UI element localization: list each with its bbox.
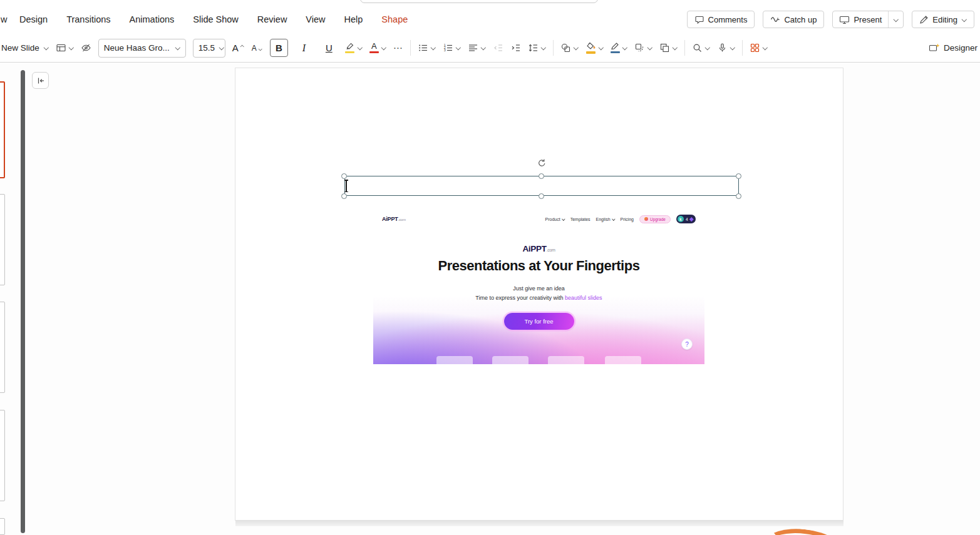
underline-button[interactable]: U [320, 39, 338, 57]
font-color-button[interactable]: A [369, 43, 386, 54]
aippt-nav-logo: AiPPT.com [382, 216, 406, 222]
slide-shadow [235, 521, 843, 526]
resize-handle-top-center[interactable] [539, 173, 544, 179]
hide-slide-button[interactable] [81, 43, 91, 53]
font-size-combobox[interactable]: 15.5 [193, 39, 225, 58]
designer-label: Designer [944, 43, 977, 53]
tab-animations[interactable]: Animations [130, 14, 175, 24]
grow-font-button[interactable]: A [232, 43, 245, 53]
chevron-down-icon [672, 45, 678, 51]
tab-review[interactable]: Review [257, 14, 287, 24]
thumbnail-panel-scrollbar[interactable] [21, 70, 25, 533]
chevron-down-icon [961, 17, 967, 23]
increase-indent-button[interactable] [510, 43, 521, 53]
slide-thumbnail[interactable] [0, 194, 5, 285]
outline-color-swatch [611, 51, 620, 54]
text-highlight-button[interactable] [345, 43, 363, 54]
chevron-down-icon [357, 45, 363, 51]
tab-partial-left[interactable]: w [1, 14, 7, 24]
resize-handle-bottom-right[interactable] [736, 193, 741, 199]
shape-effects-button[interactable] [634, 43, 652, 53]
chevron-down-icon [647, 45, 652, 51]
aippt-account-badge: k 4 [676, 215, 696, 223]
tab-slide-show[interactable]: Slide Show [193, 14, 239, 24]
slide-layout-button[interactable] [56, 43, 74, 53]
align-button[interactable] [468, 43, 486, 53]
bullet-list-icon [418, 43, 428, 53]
tab-help[interactable]: Help [344, 14, 363, 24]
collapse-panel-button[interactable] [32, 72, 49, 89]
chevron-down-icon [43, 45, 49, 51]
chevron-down-icon [598, 45, 604, 51]
bold-button[interactable]: B [270, 39, 288, 57]
aippt-hero-line1: Just give me an idea [373, 285, 704, 292]
tab-view[interactable]: View [306, 14, 325, 24]
italic-button[interactable]: I [295, 39, 313, 57]
numbering-button[interactable]: 123 [443, 43, 461, 53]
tab-shape-contextual[interactable]: Shape [381, 14, 408, 24]
shape-outline-button[interactable] [611, 43, 627, 54]
merge-shapes-button[interactable] [560, 43, 579, 53]
resize-handle-bottom-left[interactable] [341, 193, 347, 199]
editing-mode-button[interactable]: Editing [912, 11, 974, 28]
ribbon-divider [684, 40, 685, 56]
highlight-color-swatch [345, 51, 354, 54]
designer-button[interactable]: Designer [929, 43, 977, 53]
tab-transitions[interactable]: Transitions [66, 14, 110, 24]
catch-up-button[interactable]: Catch up [763, 11, 824, 28]
aippt-upgrade-badge: Upgrade [639, 215, 671, 223]
aippt-hero-line2: Time to express your creativity with bea… [373, 295, 704, 301]
aippt-template-card [548, 356, 584, 364]
increase-indent-icon [510, 43, 521, 53]
slide-thumbnail[interactable] [0, 518, 5, 535]
highlighter-icon [345, 43, 355, 54]
arrange-button[interactable] [659, 43, 678, 53]
resize-handle-bottom-center[interactable] [539, 193, 544, 199]
search-box-partial[interactable] [360, 0, 598, 3]
aippt-nav-english: English [596, 217, 615, 222]
menu-right-actions: Comments Catch up Present Editing [687, 11, 974, 28]
slide-grid-view-button[interactable] [750, 43, 768, 53]
aippt-highlight-text: beautiful slides [565, 295, 602, 301]
designer-sparkle-icon [929, 43, 940, 53]
bullets-button[interactable] [418, 43, 436, 53]
dictate-button[interactable] [717, 43, 735, 53]
line-spacing-button[interactable] [528, 43, 546, 53]
present-label: Present [854, 15, 882, 24]
shrink-font-button[interactable]: A [252, 44, 263, 52]
editing-label: Editing [932, 15, 957, 24]
aippt-website-image[interactable]: AiPPT.com Product Templates English Pric… [373, 211, 704, 364]
ellipsis-icon: ⋯ [393, 43, 403, 54]
present-button[interactable]: Present [833, 11, 888, 28]
find-button[interactable] [692, 43, 710, 53]
resize-handle-top-left[interactable] [341, 173, 347, 179]
shape-fill-button[interactable] [585, 42, 604, 54]
slide-thumbnail[interactable] [0, 410, 5, 501]
more-font-options-button[interactable]: ⋯ [393, 43, 403, 54]
ribbon-divider [553, 40, 554, 56]
aippt-hero-logo: AiPPT.com [373, 244, 704, 253]
aippt-nav-templates: Templates [570, 217, 591, 222]
aippt-hero-title: Presentations at Your Fingertips [373, 258, 704, 274]
comments-button[interactable]: Comments [687, 11, 755, 28]
present-screen-icon [839, 15, 850, 24]
bold-glyph: B [276, 43, 282, 53]
grid-icon [750, 43, 760, 53]
font-name-combobox[interactable]: Neue Haas Gro... [98, 39, 186, 58]
chevron-down-icon [762, 45, 768, 51]
merge-shapes-icon [560, 43, 571, 53]
chevron-down-icon [622, 45, 627, 51]
new-slide-button[interactable]: New Slide [1, 43, 49, 53]
font-name-value: Neue Haas Gro... [104, 43, 170, 53]
resize-handle-top-right[interactable] [736, 173, 741, 179]
slide-thumbnail[interactable] [0, 302, 5, 393]
rotation-handle[interactable] [536, 158, 547, 168]
shrink-font-glyph: A [252, 44, 257, 52]
chevron-down-icon [430, 45, 436, 51]
slide-thumbnail-selected[interactable] [0, 81, 5, 178]
chevron-down-icon [704, 45, 710, 51]
tab-design[interactable]: Design [19, 14, 48, 24]
present-dropdown-arrow[interactable] [888, 11, 903, 28]
font-color-icon: A [369, 43, 379, 54]
chevron-down-icon [893, 17, 899, 23]
